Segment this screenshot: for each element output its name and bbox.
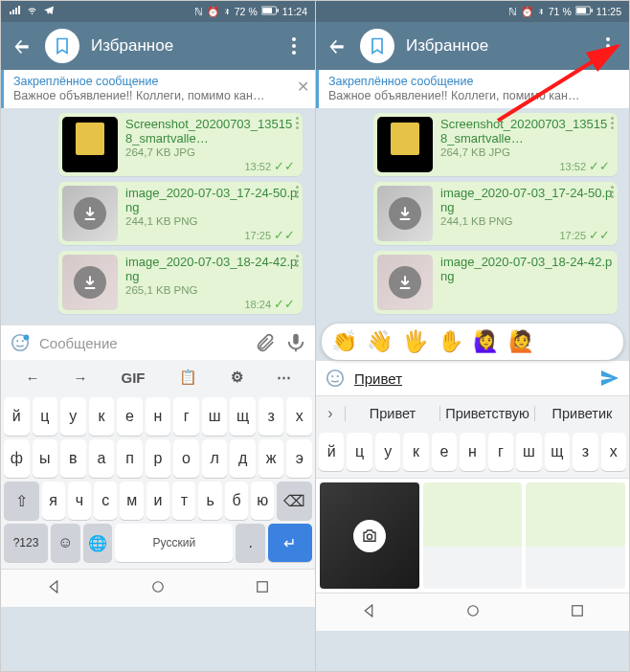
key[interactable]: ю <box>251 482 274 520</box>
attach-icon[interactable] <box>254 331 277 354</box>
thumbnail[interactable] <box>377 255 433 310</box>
message[interactable]: image_2020-07-03_18-24-42.png <box>373 251 618 314</box>
message[interactable]: Screenshot_20200703_135158_smartvalle… 2… <box>58 113 303 176</box>
kb-nav-left[interactable]: ← <box>26 370 40 386</box>
back-button[interactable] <box>11 34 34 57</box>
key[interactable]: н <box>460 433 484 471</box>
key[interactable]: ж <box>259 439 284 478</box>
download-icon[interactable] <box>389 266 421 299</box>
period-key[interactable]: . <box>236 524 265 562</box>
sticker-icon[interactable] <box>9 331 32 354</box>
key[interactable]: щ <box>545 433 570 471</box>
key[interactable]: ш <box>202 397 228 436</box>
emoji[interactable]: 🖐 <box>402 329 428 354</box>
settings-icon[interactable]: ⚙ <box>231 369 243 386</box>
download-icon[interactable] <box>74 197 106 230</box>
microphone-icon[interactable] <box>284 331 307 354</box>
shift-key[interactable]: ⇧ <box>4 482 39 520</box>
gallery-thumbnail[interactable] <box>423 482 523 589</box>
thumbnail[interactable] <box>62 117 118 172</box>
key[interactable]: ц <box>33 397 58 436</box>
suggestion[interactable]: Приветствую <box>439 406 534 421</box>
key[interactable]: г <box>173 397 199 436</box>
suggestion[interactable]: Приветик <box>534 406 629 421</box>
key[interactable]: э <box>286 439 312 478</box>
emoji[interactable]: 👏 <box>331 329 357 354</box>
key[interactable]: б <box>225 482 248 520</box>
key[interactable]: х <box>601 433 626 471</box>
key[interactable]: з <box>573 433 597 471</box>
thumbnail[interactable] <box>62 255 118 310</box>
message[interactable]: image_2020-07-03_18-24-42.png 265,1 KB P… <box>58 251 303 314</box>
message-input[interactable]: Привет <box>354 370 591 387</box>
clipboard-icon[interactable]: 📋 <box>179 369 197 386</box>
key[interactable]: т <box>172 482 195 520</box>
pinned-message[interactable]: Закреплённое сообщение Важное объявление… <box>1 70 315 108</box>
backspace-key[interactable]: ⌫ <box>277 482 312 520</box>
key[interactable]: ч <box>68 482 91 520</box>
key[interactable]: е <box>432 433 457 471</box>
key[interactable]: д <box>230 439 256 478</box>
key[interactable]: н <box>146 397 171 436</box>
download-icon[interactable] <box>389 197 421 230</box>
key[interactable]: ы <box>33 439 58 478</box>
suggestion[interactable]: Привет <box>345 406 439 421</box>
sticker-icon[interactable] <box>324 367 347 390</box>
thumbnail[interactable] <box>377 186 433 241</box>
emoji[interactable]: 👋 <box>367 329 393 354</box>
message-menu[interactable] <box>611 186 614 198</box>
chevron-right-icon[interactable]: › <box>316 405 345 422</box>
menu-button[interactable] <box>282 37 305 55</box>
space-key[interactable]: Русский <box>115 524 233 562</box>
send-icon[interactable] <box>598 367 621 390</box>
chat-title[interactable]: Избранное <box>406 36 596 56</box>
key[interactable]: щ <box>230 397 256 436</box>
key[interactable]: м <box>120 482 143 520</box>
camera-tile[interactable] <box>320 482 419 589</box>
nav-home[interactable] <box>464 602 482 623</box>
emoji-key[interactable]: ☺ <box>51 524 80 562</box>
chat-title[interactable]: Избранное <box>91 36 282 56</box>
key[interactable]: ф <box>4 439 30 478</box>
emoji[interactable]: ✋ <box>438 329 463 354</box>
pinned-message[interactable]: Закреплённое сообщение Важное объявление… <box>316 70 629 108</box>
gif-button[interactable]: GIF <box>122 370 146 386</box>
thumbnail[interactable] <box>62 186 118 241</box>
enter-key[interactable]: ↵ <box>268 524 312 562</box>
download-icon[interactable] <box>74 266 106 299</box>
key[interactable]: п <box>117 439 143 478</box>
gallery-thumbnail[interactable] <box>526 482 625 589</box>
chat-avatar[interactable] <box>45 29 79 63</box>
key[interactable]: о <box>173 439 199 478</box>
key[interactable]: у <box>60 397 86 436</box>
message-menu[interactable] <box>296 117 299 129</box>
key[interactable]: в <box>60 439 86 478</box>
key[interactable]: с <box>94 482 117 520</box>
key[interactable]: к <box>403 433 428 471</box>
chat-avatar[interactable] <box>360 29 394 63</box>
emoji[interactable]: 🙋‍♀️ <box>473 329 499 354</box>
key[interactable]: и <box>146 482 169 520</box>
key[interactable]: ц <box>347 433 371 471</box>
key[interactable]: й <box>319 433 344 471</box>
nav-recent[interactable] <box>254 578 271 599</box>
key[interactable]: л <box>202 439 228 478</box>
key[interactable]: я <box>42 482 65 520</box>
numbers-key[interactable]: ?123 <box>4 524 48 562</box>
key[interactable]: й <box>4 397 30 436</box>
message-menu[interactable] <box>611 117 614 129</box>
message[interactable]: Screenshot_20200703_135158_smartvalle… 2… <box>373 113 618 176</box>
key[interactable]: р <box>146 439 171 478</box>
key[interactable]: а <box>89 439 115 478</box>
emoji[interactable]: 🙋 <box>508 329 534 354</box>
menu-button[interactable] <box>596 37 619 55</box>
key[interactable]: г <box>488 433 513 471</box>
key[interactable]: з <box>259 397 284 436</box>
key[interactable]: ь <box>198 482 221 520</box>
kb-nav-right[interactable]: → <box>74 370 88 386</box>
message[interactable]: image_2020-07-03_17-24-50.png 244,1 KB P… <box>58 182 303 245</box>
message-menu[interactable] <box>296 186 299 198</box>
key[interactable]: к <box>89 397 115 436</box>
message[interactable]: image_2020-07-03_17-24-50.png 244,1 KB P… <box>373 182 618 245</box>
key[interactable]: е <box>117 397 143 436</box>
